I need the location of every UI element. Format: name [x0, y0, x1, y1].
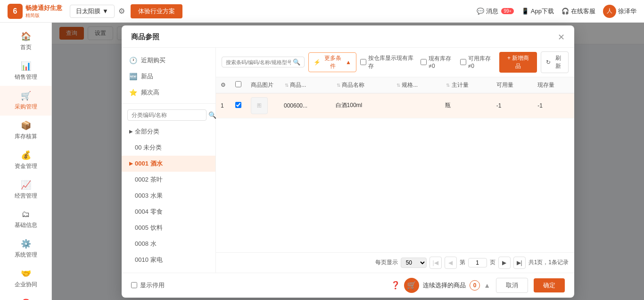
username-label: 徐泽华: [618, 7, 636, 16]
category-label: 00 未分类: [129, 143, 162, 152]
sort-icon: ⇅: [337, 83, 340, 88]
row-check[interactable]: [231, 93, 246, 118]
sort-icon: ⇅: [285, 83, 289, 88]
arrow-right-icon: ▶: [129, 161, 133, 166]
cancel-button[interactable]: 取消: [496, 278, 528, 293]
cart-button[interactable]: 🛒: [404, 278, 419, 293]
app-download-nav-item[interactable]: 📱 App下载: [521, 7, 554, 16]
product-search-input[interactable]: [226, 59, 291, 65]
col-check: [231, 77, 246, 93]
per-page-select[interactable]: 50 10 20 100: [401, 258, 427, 268]
category-search-button[interactable]: 🔍: [208, 111, 216, 119]
message-label: 消息: [486, 7, 498, 16]
row-num: 1: [216, 93, 231, 118]
first-page-button[interactable]: |◀: [429, 257, 442, 269]
nav-selector[interactable]: 日太阳膜 ▼: [70, 5, 115, 18]
sidebar-item-label: 销售管理: [15, 73, 37, 81]
sidebar-item-finance[interactable]: 💰 资金管理: [0, 145, 51, 175]
arrow-right-icon: ▶: [129, 129, 133, 134]
row-available: -1: [492, 93, 533, 118]
col-settings[interactable]: ⚙: [216, 77, 231, 93]
sidebar-item-enterprise[interactable]: 🤝 企业协同: [0, 264, 51, 293]
page-label: 第: [460, 258, 465, 267]
category-water[interactable]: 0008 水: [122, 236, 215, 252]
divider: [122, 103, 215, 104]
sidebar-item-purchase[interactable]: 🛒 采购管理: [0, 86, 51, 116]
category-appliance[interactable]: 0010 家电: [122, 252, 215, 268]
sidebar-item-system[interactable]: ⚙️ 系统管理: [0, 234, 51, 264]
page-input[interactable]: [468, 258, 487, 267]
category-fruit[interactable]: 0003 水果: [122, 188, 215, 204]
operations-icon: 📈: [21, 180, 31, 190]
filter-more-button[interactable]: ⚡ 更多条件 ▲: [308, 52, 356, 72]
table-row[interactable]: 1 图 000600... 白酒100ml 瓶: [216, 93, 574, 118]
product-search-field[interactable]: 🔍: [222, 57, 305, 67]
confirm-button[interactable]: 确定: [534, 278, 565, 292]
row-img: 图: [246, 93, 279, 118]
chevron-up-icon[interactable]: ▲: [484, 282, 490, 289]
category-label: 0010 家电: [129, 256, 163, 264]
row-stock: -1: [533, 93, 574, 118]
sidebar-item-basic-info[interactable]: 🗂 基础信息: [0, 205, 51, 234]
category-beverage[interactable]: 0005 饮料: [122, 220, 215, 236]
category-search-row: 🔍 《: [122, 107, 215, 124]
sales-icon: 📊: [21, 61, 31, 71]
next-page-button[interactable]: ▶: [498, 257, 511, 269]
sidebar-item-label: 库存核算: [15, 133, 37, 141]
category-alcohol[interactable]: ▶ 0001 酒水: [122, 156, 215, 172]
modal-footer: 显示停用 ❓ 🛒 连续选择的商品 0 ▲ 取消 确定: [122, 273, 574, 298]
sidebar-item-guide[interactable]: 🎯 新手引导: [0, 293, 51, 300]
prev-page-button[interactable]: ◀: [445, 257, 457, 269]
sort-icon: ⇅: [446, 83, 450, 88]
show-disabled-checkbox[interactable]: [131, 282, 137, 288]
sidebar: 🏠 首页 📊 销售管理 🛒 采购管理 📦 库存核算 💰 资金管理 📈 经营管理 …: [0, 23, 52, 300]
gear-icon[interactable]: ⚙: [118, 7, 125, 16]
last-page-button[interactable]: ▶|: [513, 257, 526, 269]
category-tea[interactable]: 0002 茶叶: [122, 172, 215, 188]
refresh-product-button[interactable]: ↻ 刷新: [541, 51, 569, 73]
sidebar-item-operations[interactable]: 📈 经营管理: [0, 175, 51, 205]
high-freq-item[interactable]: ⭐ 频次高: [122, 84, 215, 100]
modal: 商品参照 ✕ 🕐 近期购买 🆕 新品: [122, 25, 574, 298]
inventory-icon: 📦: [21, 120, 31, 131]
message-badge: 99+: [501, 8, 513, 14]
category-list: ▶ 全部分类 00 未分类 ▶ 0001 酒水 0002 茶: [122, 124, 215, 268]
recent-buy-item[interactable]: 🕐 近期购买: [122, 52, 215, 68]
nav-right: 💬 消息 99+ 📱 App下载 🎧 在线客服 人 徐泽华: [477, 5, 636, 18]
online-service-nav-item[interactable]: 🎧 在线客服: [561, 7, 595, 16]
available-stock-checkbox[interactable]: 现有库存≠0: [421, 55, 456, 69]
trial-button[interactable]: 体验行业方案: [131, 4, 182, 18]
col-unit: ⇅ 主计量: [440, 77, 491, 93]
category-label: 0002 茶叶: [129, 175, 163, 184]
message-nav-item[interactable]: 💬 消息 99+: [477, 7, 513, 16]
cart-label: 连续选择的商品: [423, 281, 466, 290]
sidebar-item-label: 采购管理: [15, 103, 37, 111]
select-all-checkbox[interactable]: [235, 81, 241, 87]
sidebar-item-sales[interactable]: 📊 销售管理: [0, 56, 51, 86]
star-icon: ⭐: [129, 89, 137, 96]
chevron-up-icon: ▲: [346, 59, 351, 66]
close-icon[interactable]: ✕: [558, 32, 565, 42]
system-icon: ⚙️: [21, 239, 31, 249]
row-spec: [391, 93, 440, 118]
help-icon[interactable]: ❓: [391, 281, 400, 290]
add-product-button[interactable]: + 新增商品: [499, 52, 537, 73]
sidebar-item-home[interactable]: 🏠 首页: [0, 26, 51, 56]
category-search-input[interactable]: [127, 109, 206, 121]
category-label: 0001 酒水: [135, 159, 163, 168]
warehouse-display-checkbox[interactable]: 按仓库显示现有库存: [360, 54, 417, 70]
modal-left-panel: 🕐 近期购买 🆕 新品 ⭐ 频次高: [122, 48, 216, 273]
user-nav-item[interactable]: 人 徐泽华: [603, 5, 636, 18]
category-all[interactable]: ▶ 全部分类: [122, 124, 215, 140]
new-products-item[interactable]: 🆕 新品: [122, 68, 215, 84]
sidebar-item-label: 企业协同: [15, 281, 37, 289]
sidebar-item-inventory[interactable]: 📦 库存核算: [0, 116, 51, 145]
category-uncategorized[interactable]: 00 未分类: [122, 140, 215, 156]
nav-selector-text: 日太阳膜: [76, 7, 100, 16]
modal-overlay: 商品参照 ✕ 🕐 近期购买 🆕 新品: [52, 23, 644, 300]
usable-stock-checkbox[interactable]: 可用库存≠0: [460, 55, 495, 69]
sidebar-item-label: 经营管理: [15, 192, 37, 200]
category-label: 全部分类: [135, 127, 159, 136]
show-disabled-label[interactable]: 显示停用: [131, 281, 165, 290]
category-snack[interactable]: 0004 零食: [122, 204, 215, 220]
